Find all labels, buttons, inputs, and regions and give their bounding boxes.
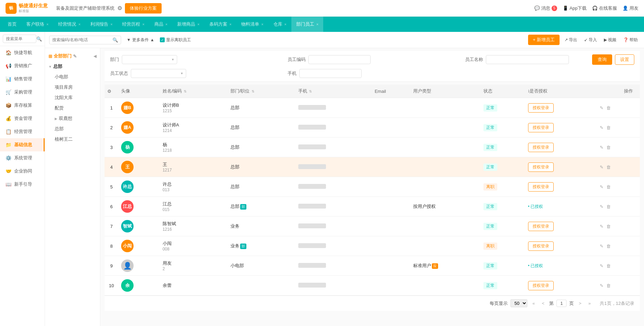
toolbar: 🔍 ▼ 更多条件 ▲ ✓ 显示离职员工 + 新增员工 ↗ 导出 (45, 32, 644, 48)
online-support-btn[interactable]: 🎧 在线客服 (592, 5, 617, 11)
sidebar-item-collab[interactable]: 🤝企业协同 (0, 165, 45, 178)
delete-icon[interactable]: 🗑 (606, 145, 611, 150)
filter-more-btn[interactable]: ▼ 更多条件 ▲ (124, 36, 157, 44)
delete-icon[interactable]: 🗑 (606, 283, 611, 288)
auth-login-btn[interactable]: 授权登录 (528, 123, 554, 132)
auth-login-btn[interactable]: 授权登录 (528, 143, 554, 152)
tab-warehouse[interactable]: 仓库 × (269, 17, 291, 32)
edit-icon[interactable]: ✎ (600, 125, 604, 130)
edit-icon[interactable]: ✎ (600, 224, 604, 229)
edit-icon[interactable]: ✎ (600, 204, 604, 209)
tab-bom[interactable]: 物料清单 × (236, 17, 268, 32)
edit-icon[interactable]: ✎ (600, 165, 604, 170)
row-actions: ✎🗑 (597, 138, 640, 157)
first-page-btn[interactable]: « (530, 300, 537, 307)
col-settings[interactable]: ⚙ (105, 85, 118, 98)
status-select[interactable] (131, 69, 186, 78)
import-button[interactable]: ↙ 导入 (582, 36, 599, 44)
search-icon[interactable]: 🔍 (112, 37, 118, 43)
emp-name-input[interactable] (486, 55, 569, 64)
message-btn[interactable]: 💬 消息 5 (534, 5, 557, 11)
edit-icon[interactable]: ✎ (600, 263, 604, 268)
col-name-code[interactable]: 姓名/编码 ⇅ (160, 85, 228, 98)
edit-icon[interactable]: ✎ (600, 184, 604, 190)
dept-edit-icon[interactable]: ✎ (73, 54, 77, 59)
delete-icon[interactable]: 🗑 (606, 224, 611, 229)
edit-icon[interactable]: ✎ (600, 244, 604, 249)
sidebar-item-navigation[interactable]: 🏠快捷导航 (0, 46, 45, 59)
dept-item-zongbu[interactable]: 总部 (45, 124, 100, 134)
delete-icon[interactable]: 🗑 (606, 105, 611, 111)
trial-btn[interactable]: 体验行业方案 (125, 3, 162, 14)
col-phone[interactable]: 手机 ⇅ (296, 85, 372, 98)
next-page-btn[interactable]: > (577, 300, 583, 307)
tab-goods[interactable]: 商品 × (149, 17, 172, 32)
auth-login-btn[interactable]: 授权登录 (528, 162, 554, 172)
dept-item-shenyang[interactable]: 沈阳大库 (45, 92, 100, 103)
edit-icon[interactable]: ✎ (600, 283, 604, 288)
app-download-btn[interactable]: 📱 App下载 (563, 5, 587, 11)
row-status: 正常 (481, 118, 525, 138)
delete-icon[interactable]: 🗑 (606, 125, 611, 130)
emp-code-input[interactable] (308, 55, 371, 64)
search-input[interactable] (52, 37, 111, 42)
tab-home[interactable]: 首页 (3, 17, 21, 32)
auth-login-btn[interactable]: 授权登录 (528, 241, 554, 251)
user-btn[interactable]: 👤 用友 (623, 5, 638, 11)
show-resigned-toggle[interactable]: ✓ 显示离职员工 (160, 37, 191, 43)
tab-new-goods[interactable]: 新增商品 × (172, 17, 204, 32)
sidebar-item-marketing[interactable]: 📢营销推广 (0, 59, 45, 72)
tab-customer[interactable]: 客户联络 × (21, 17, 53, 32)
tab-profit[interactable]: 利润报告 × (85, 17, 117, 32)
sidebar-item-finance[interactable]: 💰资金管理 (0, 112, 45, 125)
sidebar-item-inventory[interactable]: 📦库存核算 (0, 99, 45, 112)
dept-item-project[interactable]: 项目库房 (45, 82, 100, 92)
col-dept-role[interactable]: 部门/职位 ⇅ (228, 85, 296, 98)
auth-login-btn[interactable]: 授权登录 (528, 281, 554, 290)
sidebar-item-basic-info[interactable]: 📁基础信息 (0, 138, 45, 151)
export-button[interactable]: ↗ 导出 (562, 36, 579, 44)
tab-operation[interactable]: 经营情况 × (53, 17, 85, 32)
row-status: 正常 (481, 256, 525, 276)
phone-input[interactable] (299, 69, 362, 78)
dept-item-root[interactable]: ▼ 总部 (45, 61, 100, 72)
row-avatar: 智斌 (118, 217, 160, 236)
delete-icon[interactable]: 🗑 (606, 204, 611, 209)
edit-icon[interactable]: ✎ (600, 105, 604, 111)
dept-item-peihuo[interactable]: 配货 (45, 103, 100, 113)
sidebar-item-guide[interactable]: 📖新手引导 (0, 178, 45, 191)
last-page-btn[interactable]: » (586, 300, 593, 307)
dept-item-xiaodian[interactable]: 小电部 (45, 72, 100, 82)
prev-page-btn[interactable]: < (540, 300, 547, 307)
delete-icon[interactable]: 🗑 (606, 184, 611, 190)
sidebar-item-sales[interactable]: 📊销售管理 (0, 72, 45, 86)
sidebar-item-system[interactable]: ⚙️系统管理 (0, 151, 45, 165)
delete-icon[interactable]: 🗑 (606, 244, 611, 249)
row-number: 7 (105, 217, 118, 236)
dept-item-zhishu[interactable]: 植树王二 (45, 134, 100, 144)
set-button[interactable]: 设置 (615, 54, 634, 65)
per-page-select[interactable]: 50 (510, 299, 527, 307)
dept-select[interactable] (122, 55, 177, 64)
add-employee-button[interactable]: + 新增员工 (528, 35, 560, 45)
auth-login-btn[interactable]: 授权登录 (528, 222, 554, 231)
settings-icon[interactable]: ⚙ (117, 5, 122, 11)
auth-login-btn[interactable]: 授权登录 (528, 103, 554, 113)
auth-login-btn[interactable]: 授权登录 (528, 182, 554, 192)
page-number[interactable]: 1 (556, 300, 566, 307)
edit-icon[interactable]: ✎ (600, 145, 604, 150)
view-button[interactable]: ▶ 视频 (602, 36, 618, 44)
tab-barcode[interactable]: 条码方案 × (205, 17, 236, 32)
sidebar-item-business[interactable]: 📋经营管理 (0, 125, 45, 138)
tab-history[interactable]: 经营历程 × (117, 17, 149, 32)
delete-icon[interactable]: 🗑 (606, 165, 611, 170)
query-button[interactable]: 查询 (592, 54, 612, 65)
dept-collapse-btn[interactable]: ◀ (93, 54, 97, 59)
dept-item-shuanglu[interactable]: ▶ 双鹿想 (45, 113, 100, 124)
logo-text: 畅捷通好生意 标准版 (19, 3, 48, 14)
sidebar-item-purchase[interactable]: 🛒采购管理 (0, 86, 45, 99)
sidebar-search-input[interactable] (3, 35, 36, 43)
help-button[interactable]: ❓ 帮助 (621, 36, 640, 44)
tab-dept-staff[interactable]: 部门员工 × (291, 17, 323, 32)
delete-icon[interactable]: 🗑 (606, 263, 611, 268)
